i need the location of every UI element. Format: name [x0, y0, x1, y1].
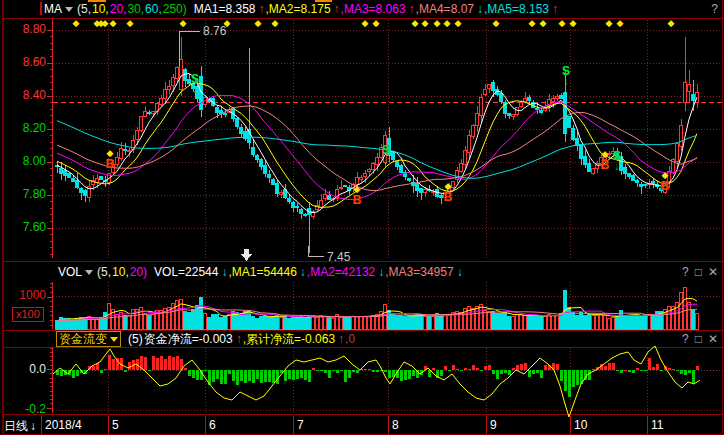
- month-label: 9: [490, 418, 497, 432]
- event-diamond-icon: ◆: [444, 19, 451, 28]
- diamond-icon: ◆: [354, 185, 361, 194]
- header-separator: [40, 2, 42, 15]
- header-token: 10,: [92, 2, 109, 16]
- month-separator: [647, 416, 648, 434]
- month-separator: [41, 416, 42, 434]
- up-arrow-icon: ↑: [409, 2, 415, 16]
- header-token: ,MA3=8.063: [341, 2, 406, 16]
- event-diamond-icon: ◆: [493, 19, 500, 28]
- price-axis-label: 7.80: [2, 187, 46, 201]
- header-token: ,0: [345, 332, 355, 346]
- buy-signal-marker: B: [601, 159, 610, 171]
- volume-indicator-header: VOL (5,10,20) VOL=22544↓,MA1=54446↓,MA2=…: [0, 263, 724, 280]
- event-diamond-icon: ◆: [529, 19, 536, 28]
- event-diamond-icon: ◆: [362, 19, 369, 28]
- event-diamond-icon: ◆: [559, 19, 566, 28]
- chart-canvas: [0, 0, 724, 435]
- volume-bars: [56, 287, 699, 329]
- header-token: ,MA4=8.07: [416, 2, 474, 16]
- flow-axis-label: 0.0: [2, 362, 46, 376]
- down-arrow-icon: ↓: [384, 156, 389, 166]
- price-axis-label: 8.20: [2, 121, 46, 135]
- event-diamond-icon: ◆: [272, 19, 279, 28]
- event-diamond-icon: ◆: [224, 19, 231, 28]
- header-token: ,MA1=54446: [228, 265, 296, 279]
- event-diamond-icon: ◆: [434, 19, 441, 28]
- volume-unit-box: x100: [12, 307, 44, 322]
- period-selector[interactable]: 日线↓: [4, 418, 36, 435]
- diamond-icon: ◆: [445, 182, 452, 191]
- help-button[interactable]: ?: [682, 332, 689, 346]
- main-indicator-header: MA (5,10,20,30,60,250) MA1=8.358↑,MA2=8.…: [0, 0, 724, 18]
- vol-params: (5,10,20): [97, 265, 148, 279]
- moneyflow-indicator-header: 资金流变 (5)资金净流=-0.003↑,累计净流=-0.063↑,0 ?□✕: [0, 331, 724, 347]
- header-token: 10,: [112, 265, 129, 279]
- time-axis-bar: 日线↓ 2018/4567891011: [0, 416, 724, 434]
- close-button[interactable]: ✕: [708, 332, 718, 346]
- ma-indicator-dropdown[interactable]: MA: [44, 2, 77, 16]
- maximize-button[interactable]: □: [695, 332, 702, 346]
- event-diamond-icon: ◆: [255, 19, 262, 28]
- help-button[interactable]: ?: [711, 2, 718, 16]
- month-separator: [388, 416, 389, 434]
- header-token: ,累计净流=-0.063: [243, 332, 335, 346]
- candles-layer: [56, 37, 699, 253]
- vol-indicator-dropdown[interactable]: VOL: [58, 265, 97, 279]
- header-token: VOL=22544: [154, 265, 218, 279]
- event-diamond-icon: ◆: [412, 19, 419, 28]
- event-diamond-icon: ◆: [570, 19, 577, 28]
- up-arrow-icon: ↑: [552, 2, 558, 16]
- chevron-down-icon: [110, 337, 118, 342]
- close-button[interactable]: ✕: [708, 265, 718, 279]
- month-label: 11: [651, 418, 663, 432]
- event-diamond-icon: ◆: [110, 19, 117, 28]
- month-separator: [486, 416, 487, 434]
- diamond-icon: ◆: [662, 171, 669, 180]
- ma-params: (5,10,20,30,60,250): [77, 2, 188, 16]
- month-separator: [205, 416, 206, 434]
- arrow-down-icon: ↓: [30, 419, 36, 433]
- down-arrow-icon: ↓: [477, 2, 483, 16]
- header-token: 30,: [127, 2, 144, 16]
- event-diamond-icon: ◆: [617, 19, 624, 28]
- event-diamond-icon: ◆: [540, 19, 547, 28]
- flow-panel-buttons: ?□✕: [682, 331, 718, 347]
- event-diamond-icon: ◆: [455, 19, 462, 28]
- header-token: (5): [128, 332, 143, 346]
- month-label: 6: [209, 418, 216, 432]
- header-token: (5,: [77, 2, 91, 16]
- scroll-down-arrow[interactable]: [241, 249, 252, 261]
- month-separator: [570, 416, 571, 434]
- month-label: 5: [112, 418, 119, 432]
- header-token: 250): [163, 2, 187, 16]
- header-token: MA1=8.358: [194, 2, 256, 16]
- down-arrow-icon: ↓: [378, 265, 384, 279]
- buy-signal-marker: B: [661, 180, 670, 192]
- header-token: (5,: [97, 265, 111, 279]
- down-arrow-icon: ↓: [457, 265, 463, 279]
- flow-axis-label: -0.2: [2, 402, 46, 416]
- flow-indicator-selector[interactable]: 资金流变: [56, 331, 121, 347]
- ma-values: MA1=8.358↑,MA2=8.175↑,MA3=8.063↑,MA4=8.0…: [194, 2, 559, 16]
- low-price-annotation: 7.45: [327, 251, 350, 263]
- diamond-icon: ◆: [602, 150, 609, 159]
- maximize-button[interactable]: □: [695, 265, 702, 279]
- event-diamond-icon: ◆: [606, 19, 613, 28]
- buy-signal-marker: B: [106, 158, 115, 170]
- header-token: ,MA2=8.175: [266, 2, 331, 16]
- vol-values: VOL=22544↓,MA1=54446↓,MA2=42132↓,MA3=349…: [154, 265, 464, 279]
- down-arrow-icon: ↓: [564, 77, 569, 87]
- event-diamond-icon: ◆: [180, 19, 187, 28]
- diamond-icon: ◆: [107, 149, 114, 158]
- price-axis-label: 8.80: [2, 22, 46, 36]
- event-diamond-icon: ◆: [73, 19, 80, 28]
- up-arrow-icon: ↑: [338, 332, 344, 346]
- ma-lines: [57, 74, 697, 213]
- help-button[interactable]: ?: [682, 265, 689, 279]
- header-token: ,MA3=34957: [385, 265, 453, 279]
- up-arrow-icon: ↑: [259, 2, 265, 16]
- header-token: 资金净流=-0.003: [144, 332, 233, 346]
- event-diamond-icon: ◆: [422, 19, 429, 28]
- month-label: 2018/4: [45, 418, 82, 432]
- header-token: 60,: [145, 2, 162, 16]
